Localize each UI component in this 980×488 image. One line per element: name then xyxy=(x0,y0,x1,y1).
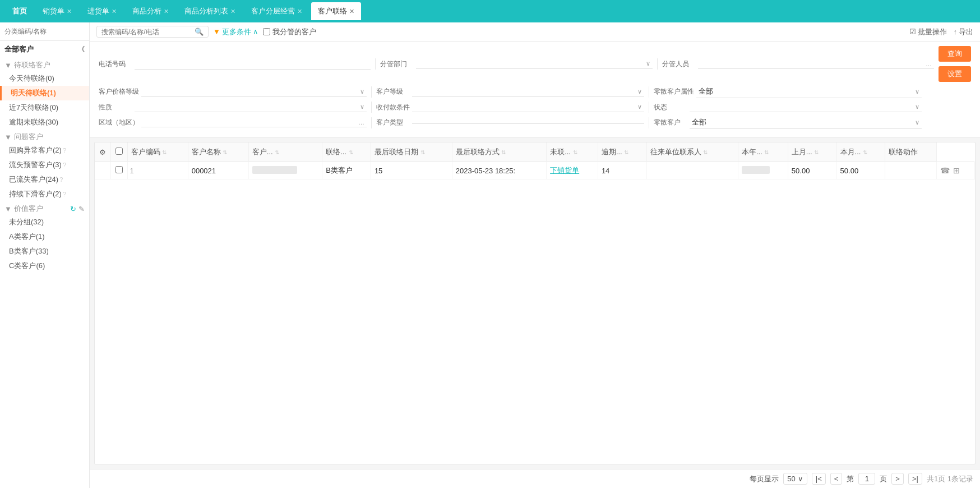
last-method-link[interactable]: 下销货单 xyxy=(550,166,579,174)
search-icon[interactable]: 🔍 xyxy=(195,27,204,36)
grid-action-icon[interactable]: ⊞ xyxy=(953,166,960,175)
sidebar-item-class-c[interactable]: C类客户(6) xyxy=(0,259,89,273)
filter-dept: 分管部门 ∨ xyxy=(380,59,652,69)
sidebar-item-ungrouped[interactable]: 未分组(32) xyxy=(0,215,89,229)
th-unlinked[interactable]: 未联... ⇅ xyxy=(547,142,598,162)
th-customer-name[interactable]: 客户名称 ⇅ xyxy=(188,142,248,162)
row-checkbox[interactable] xyxy=(115,166,123,173)
action-icons: ☎ ⊞ xyxy=(940,166,971,175)
nav-goods-analysis[interactable]: 商品分析 ✕ xyxy=(126,2,175,20)
payment-select[interactable]: ∨ xyxy=(412,102,644,112)
more-conditions-btn[interactable]: ▼ 更多条件 ∧ xyxy=(213,27,258,37)
th-this-year[interactable]: 本年... ⇅ xyxy=(738,142,788,162)
sidebar-item-today[interactable]: 今天待联络(0) xyxy=(0,71,89,86)
phone-input[interactable] xyxy=(135,59,371,70)
th-customer-code[interactable]: 客户编码 ⇅ xyxy=(127,142,188,162)
th-last-method[interactable]: 最后联络方式 ⇅ xyxy=(452,142,546,162)
sidebar-item-class-b[interactable]: B类客户(33) xyxy=(0,244,89,259)
sidebar-search-input[interactable] xyxy=(4,27,89,35)
sidebar-item-class-a[interactable]: A类客户(1) xyxy=(0,229,89,244)
th-overdue[interactable]: 逾期... ⇅ xyxy=(598,142,646,162)
prev-page-btn[interactable]: < xyxy=(830,473,843,485)
status-select[interactable]: ∨ xyxy=(690,102,922,112)
row-num-index: 1 xyxy=(127,162,188,179)
sidebar-item-churned[interactable]: 已流失客户(24) ? xyxy=(0,172,89,187)
th-contact-count[interactable]: 联络... ⇅ xyxy=(322,142,371,162)
close-icon[interactable]: ✕ xyxy=(230,8,235,15)
contact-action-icon[interactable]: ☎ xyxy=(940,166,950,175)
nav-customer-layering[interactable]: 客户分层经营 ✕ xyxy=(244,2,309,20)
dept-select[interactable]: ∨ xyxy=(416,59,652,69)
filter-gender: 性质 ∨ xyxy=(99,102,367,112)
more-icon2: … xyxy=(358,119,364,126)
divider3 xyxy=(371,86,372,98)
data-table: ⚙ 客户编码 ⇅ 客户名称 ⇅ 客户... ⇅ 联络... ⇅ xyxy=(95,142,975,179)
sidebar-item-overdue[interactable]: 逾期未联络(30) xyxy=(0,115,89,130)
nav-sales-order-label: 销货单 xyxy=(43,6,64,16)
settings-button[interactable]: 设置 xyxy=(939,66,971,82)
next-page-btn[interactable]: > xyxy=(891,473,904,485)
chevron-down-icon9: ∨ xyxy=(798,475,803,483)
value-level-label: 客户价格等级 xyxy=(99,87,139,96)
th-this-month[interactable]: 本月... ⇅ xyxy=(836,142,885,162)
row-this-month xyxy=(885,162,937,179)
page-size-select[interactable]: 50 ∨ xyxy=(783,473,807,485)
sidebar-item-abnormal[interactable]: 回购异常客户(2) ? xyxy=(0,143,89,158)
nav-goods-list[interactable]: 商品分析列表 ✕ xyxy=(178,2,242,20)
sidebar-item-tomorrow[interactable]: 明天待联络(1) xyxy=(0,86,89,100)
select-all-checkbox[interactable] xyxy=(115,148,123,155)
sidebar-search-container: 🔍 xyxy=(0,22,89,41)
filter-customer-level: 客户等级 ∨ xyxy=(376,87,644,97)
search-input[interactable] xyxy=(101,28,195,36)
close-icon[interactable]: ✕ xyxy=(112,8,117,15)
close-icon[interactable]: ✕ xyxy=(349,8,354,15)
my-customers-checkbox[interactable] xyxy=(263,28,270,35)
th-unit-contact[interactable]: 往来单位联系人 ⇅ xyxy=(646,142,738,162)
table-row: 1 000021 B类客户 15 xyxy=(95,162,975,179)
retail-customer-select[interactable]: 全部 ∨ xyxy=(690,116,922,129)
sidebar-item-7days[interactable]: 近7天待联络(0) xyxy=(0,100,89,115)
close-icon[interactable]: ✕ xyxy=(164,8,169,15)
customer-level-select[interactable]: ∨ xyxy=(412,87,644,97)
close-icon[interactable]: ✕ xyxy=(297,8,302,15)
first-page-btn[interactable]: |< xyxy=(812,473,826,485)
sidebar-all-customers[interactable]: 全部客户 《 xyxy=(0,41,89,58)
export-btn[interactable]: ↑ 导出 xyxy=(954,27,974,37)
th-customer-type[interactable]: 客户... ⇅ xyxy=(248,142,322,162)
th-last-date[interactable]: 最后联络日期 ⇅ xyxy=(371,142,452,162)
manager-label: 分管人员 xyxy=(662,59,696,69)
page-number-input[interactable] xyxy=(858,473,875,485)
th-last-month[interactable]: 上月... ⇅ xyxy=(788,142,836,162)
batch-op-btn[interactable]: ☑ 批量操作 xyxy=(909,27,947,37)
nav-purchase-label: 进货单 xyxy=(87,6,109,16)
sidebar-item-churn-warning[interactable]: 流失预警客户(3) ? xyxy=(0,158,89,172)
refresh-icon[interactable]: ↻ xyxy=(70,205,76,213)
th-checkbox[interactable] xyxy=(110,142,127,162)
filter-retail-customer: 零散客户 全部 ∨ xyxy=(654,116,922,129)
row-last-month: 50.00 xyxy=(836,162,885,179)
gender-select[interactable]: ∨ xyxy=(135,102,367,112)
sort-icon6: ⇅ xyxy=(501,149,506,155)
sidebar-item-declining[interactable]: 持续下滑客户(2) ? xyxy=(0,187,89,201)
content-area: 🔍 ▼ 更多条件 ∧ 我分管的客户 ☑ 批量操作 ↑ 导出 xyxy=(90,22,980,488)
last-page-btn[interactable]: >| xyxy=(908,473,922,485)
nav-sales-order[interactable]: 销货单 ✕ xyxy=(36,2,78,20)
value-level-select[interactable]: ∨ xyxy=(141,87,367,97)
area-select[interactable]: … xyxy=(141,118,367,127)
close-icon[interactable]: ✕ xyxy=(67,8,72,15)
nav-purchase-order[interactable]: 进货单 ✕ xyxy=(81,2,123,20)
query-button[interactable]: 查询 xyxy=(939,46,971,62)
chevron-down-icon8: ∨ xyxy=(915,119,919,126)
retail-attr-label: 零散客户属性 xyxy=(654,87,694,96)
chevron-down-icon7: ∨ xyxy=(915,103,919,111)
th-gear[interactable]: ⚙ xyxy=(95,142,110,162)
retail-attr-select[interactable]: 全部 ∨ xyxy=(696,85,922,98)
customer-type-select[interactable] xyxy=(412,121,644,124)
edit-icon[interactable]: ✎ xyxy=(78,205,85,213)
nav-home[interactable]: 首页 xyxy=(6,2,34,20)
my-customers-filter[interactable]: 我分管的客户 xyxy=(263,27,316,37)
status-label: 状态 xyxy=(654,103,687,112)
nav-customer-contact[interactable]: 客户联络 ✕ xyxy=(311,2,361,20)
manager-select[interactable]: … xyxy=(698,59,934,69)
filter-status: 状态 ∨ xyxy=(654,102,922,112)
